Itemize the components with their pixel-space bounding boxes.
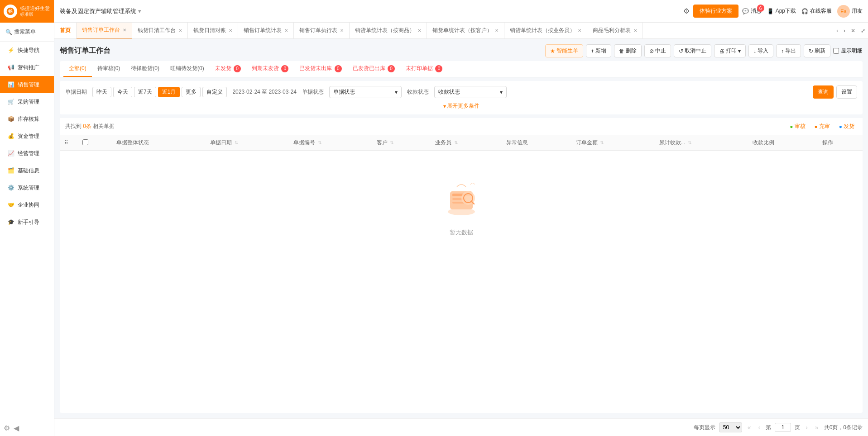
tab-close-sales-order[interactable]: ✕: [123, 28, 126, 33]
stop-button[interactable]: ⊘ 中止: [644, 44, 671, 57]
query-button[interactable]: 查询: [813, 85, 834, 99]
tab-close-sales-summary-customer[interactable]: ✕: [495, 28, 499, 33]
tab-cash-reconcile[interactable]: 钱货日清对账 ✕: [188, 23, 238, 39]
sub-tab-shipped-out-label: 已发货已出库: [353, 65, 385, 71]
sidebar-item-basic-info[interactable]: 🗂️ 基础信息: [0, 162, 54, 179]
date-7days-button[interactable]: 近7天: [134, 87, 156, 97]
th-salesperson[interactable]: 业务员 ⇅: [431, 135, 502, 151]
tab-nav-buttons: ‹ › ✕ ⤢: [834, 23, 868, 39]
next-page-button[interactable]: ›: [804, 423, 810, 432]
expand-filter-button[interactable]: ▾ 展开更多条件: [443, 102, 480, 110]
tab-close-sales-stat[interactable]: ✕: [284, 28, 288, 33]
th-date[interactable]: 单据日期 ⇅: [206, 135, 289, 151]
sub-tab-overdue-not-shipped[interactable]: 到期未发货 0: [246, 61, 294, 77]
tab-sales-stat[interactable]: 销售订单统计表 ✕: [238, 23, 294, 39]
import-button[interactable]: ↓ 导入: [748, 44, 773, 57]
prev-page-button[interactable]: ‹: [757, 423, 762, 432]
sub-tab-shipped-not-out[interactable]: 已发货未出库 0: [294, 61, 347, 77]
sub-tab-all[interactable]: 全部(0): [63, 61, 92, 77]
sidebar-item-marketing[interactable]: 📢 营销推广: [0, 59, 54, 76]
th-amount[interactable]: 订单金额 ⇅: [571, 135, 655, 151]
th-customer[interactable]: 客户 ⇅: [372, 135, 431, 151]
tab-product-margin[interactable]: 商品毛利分析表 ✕: [587, 23, 643, 39]
sub-tab-pending-review[interactable]: 待审核(0): [92, 61, 126, 77]
date-yesterday-button[interactable]: 昨天: [92, 87, 111, 97]
pagination-total: 共0页，0条记录: [824, 424, 863, 431]
print-button[interactable]: 🖨 打印 ▾: [714, 44, 746, 57]
payment-filter-select[interactable]: 收款状态 ▾: [434, 86, 507, 98]
tab-maximize-button[interactable]: ⤢: [858, 23, 868, 39]
select-all-checkbox[interactable]: [82, 139, 88, 145]
import-label: 导入: [758, 47, 768, 55]
user-menu-button[interactable]: Ea 用友: [837, 5, 863, 18]
refresh-button[interactable]: ↻ 刷新: [804, 44, 830, 57]
sub-tabs-bar: 全部(0) 待审核(0) 待择验货(0) 旺铺待发货(0) 未发货 0 到期未发…: [60, 61, 863, 77]
expand-filter-label: 展开更多条件: [447, 102, 480, 110]
tab-scroll-right-button[interactable]: ›: [841, 23, 848, 39]
sub-tab-wangpu-pending[interactable]: 旺铺待发货(0): [165, 61, 210, 77]
sidebar-item-operations[interactable]: 📈 经营管理: [0, 145, 54, 162]
cancel-stop-button[interactable]: ↺ 取消中止: [674, 44, 711, 57]
th-actions: 操作: [818, 135, 863, 151]
sidebar-item-purchase[interactable]: 🛒 采购管理: [0, 93, 54, 110]
app-download-button[interactable]: 📱 App下载: [767, 7, 796, 15]
ship-action-button[interactable]: ● 发货: [836, 122, 857, 131]
tab-sales-exec[interactable]: 销售订单执行表 ✕: [294, 23, 350, 39]
th-number[interactable]: 单据编号 ⇅: [289, 135, 372, 151]
delete-button[interactable]: 🗑 删除: [614, 44, 642, 57]
date-more-button[interactable]: 更多: [182, 87, 201, 97]
tab-close-cash-reconcile[interactable]: ✕: [229, 28, 232, 33]
stop-icon: ⊘: [649, 48, 654, 54]
export-button[interactable]: ↑ 导出: [776, 44, 801, 57]
page-size-select[interactable]: 10 20 50 100: [719, 422, 742, 432]
tab-sales-summary-product[interactable]: 销货单统计表（按商品） ✕: [350, 23, 427, 39]
date-custom-button[interactable]: 自定义: [202, 87, 227, 97]
sub-tab-not-shipped[interactable]: 未发货 0: [210, 61, 246, 77]
tab-sales-summary-customer[interactable]: 销货单统计表（按客户） ✕: [427, 23, 504, 39]
topbar-settings-button[interactable]: ⚙: [683, 7, 690, 15]
last-page-button[interactable]: »: [813, 423, 820, 432]
sidebar-item-guide[interactable]: 🎓 新手引导: [0, 213, 54, 231]
date-1month-button[interactable]: 近1月: [158, 87, 180, 97]
page-number-input[interactable]: [775, 423, 791, 432]
tab-cash-daily[interactable]: 钱货日清工作台 ✕: [132, 23, 188, 39]
tab-close-sales-exec[interactable]: ✕: [340, 28, 344, 33]
tab-sales-order[interactable]: 销售订单工作台 ✕: [77, 23, 132, 39]
sidebar-item-cooperation[interactable]: 🤝 企业协同: [0, 196, 54, 213]
show-detail-checkbox[interactable]: [833, 48, 839, 54]
tab-close-product-margin[interactable]: ✕: [633, 28, 637, 33]
page-unit: 页: [795, 424, 800, 431]
sidebar-collapse-button[interactable]: ◀: [14, 424, 19, 432]
sidebar-search-button[interactable]: 🔍 搜索菜单: [4, 26, 50, 38]
tab-sales-summary-staff[interactable]: 销货单统计表（按业务员） ✕: [504, 23, 587, 39]
sub-tab-not-printed[interactable]: 未打印单据 0: [400, 61, 448, 77]
th-checkbox-select[interactable]: [78, 135, 112, 151]
filter-settings-button[interactable]: 设置: [836, 85, 857, 99]
sidebar-item-finance[interactable]: 💰 资金管理: [0, 128, 54, 145]
tab-close-all-button[interactable]: ✕: [848, 23, 858, 39]
status-filter-select[interactable]: 单据状态 ▾: [329, 86, 402, 98]
tab-close-cash-daily[interactable]: ✕: [178, 28, 182, 33]
tab-home[interactable]: 首页: [54, 23, 77, 39]
first-page-button[interactable]: «: [746, 423, 753, 432]
show-detail-checkbox-area[interactable]: 显示明细: [833, 47, 863, 55]
online-service-button[interactable]: 🎧 在线客服: [801, 7, 832, 15]
date-today-button[interactable]: 今天: [113, 87, 132, 97]
tab-close-sales-summary-staff[interactable]: ✕: [578, 28, 581, 33]
sidebar-settings-button[interactable]: ⚙: [4, 424, 10, 432]
sidebar-item-quick-nav[interactable]: ⚡ 快捷导航: [0, 42, 54, 59]
review-action-button[interactable]: ● 审核: [787, 122, 808, 131]
smart-create-button[interactable]: ★ 智能生单: [545, 44, 583, 57]
tab-scroll-left-button[interactable]: ‹: [834, 23, 841, 39]
sub-tab-shipped-out[interactable]: 已发货已出库 0: [347, 61, 400, 77]
tab-close-sales-summary-product[interactable]: ✕: [417, 28, 421, 33]
add-button[interactable]: + 新增: [586, 44, 611, 57]
cancel-review-action-button[interactable]: ● 充审: [812, 122, 833, 131]
sub-tab-pending-inspect[interactable]: 待择验货(0): [125, 61, 165, 77]
sidebar-item-inventory[interactable]: 📦 库存核算: [0, 110, 54, 128]
industry-solution-button[interactable]: 体验行业方案: [693, 5, 739, 18]
sidebar-item-sales[interactable]: 📊 销售管理: [0, 76, 54, 93]
sidebar-item-system[interactable]: ⚙️ 系统管理: [0, 179, 54, 196]
th-collected[interactable]: 累计收款... ⇅: [655, 135, 748, 151]
message-button[interactable]: 💬 消息 6: [742, 7, 762, 15]
